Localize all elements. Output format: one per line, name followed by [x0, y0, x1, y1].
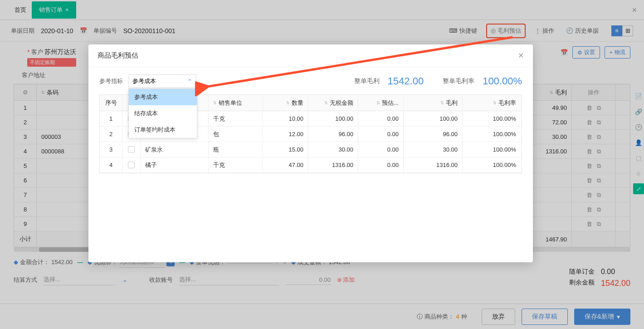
filter-row: 参考指标 ⌃ 参考成本 结存成本 订单签约时成本 整单毛利 1542.00 整单… [99, 74, 522, 88]
profit-row[interactable]: 4橘子千克47.001316.000.001316.00100.00% [100, 157, 522, 173]
product-name: 矿泉水 [141, 142, 209, 157]
col-rate[interactable]: ⇅毛利率 [463, 95, 521, 111]
ref-indicator-dropdown: 参考成本 结存成本 订单签约时成本 [128, 88, 197, 138]
col-amount[interactable]: ⇅无税金额 [308, 95, 358, 111]
modal-close-icon[interactable]: ✕ [518, 51, 524, 60]
row-checkbox[interactable] [122, 142, 141, 157]
col-estimate[interactable]: ⇅预估... [358, 95, 404, 111]
row-checkbox[interactable] [122, 157, 141, 172]
option-ref-cost[interactable]: 参考成本 [129, 89, 197, 105]
amount-cell: 100.00 [308, 111, 358, 126]
qty-cell: 15.00 [263, 142, 308, 157]
rate-cell: 100.00% [463, 142, 521, 157]
qty-cell: 12.00 [263, 127, 308, 142]
gross-cell: 100.00 [404, 111, 463, 126]
rate-cell: 100.00% [463, 111, 521, 126]
total-gross-label: 整单毛利 [354, 77, 380, 85]
amt-label: 无税金额 [330, 99, 353, 107]
est-label: 预估... [382, 99, 399, 107]
chevron-up-icon[interactable]: ⌃ [187, 78, 192, 85]
product-name: 橘子 [141, 157, 209, 172]
qty-label: 数量 [292, 99, 303, 107]
estimate-cell: 0.00 [358, 111, 404, 126]
gross-cell: 30.00 [404, 142, 463, 157]
col-index[interactable]: 序号 [100, 95, 122, 111]
amount-cell: 1316.00 [308, 157, 358, 172]
row-index: 2 [100, 127, 122, 142]
row-index: 4 [100, 157, 122, 172]
rate-cell: 100.00% [463, 157, 521, 172]
unit-cell: 千克 [209, 111, 263, 126]
amount-cell: 96.00 [308, 127, 358, 142]
total-rate-label: 整单毛利率 [443, 77, 474, 85]
unit-cell: 包 [209, 127, 263, 142]
col-qty[interactable]: ⇅数量 [263, 95, 308, 111]
total-rate-value: 100.00% [483, 75, 522, 87]
unit-cell: 瓶 [209, 142, 263, 157]
estimate-cell: 0.00 [358, 157, 404, 172]
ref-indicator-select[interactable]: ⌃ 参考成本 结存成本 订单签约时成本 [128, 74, 196, 88]
option-balance-cost[interactable]: 结存成本 [129, 105, 197, 122]
col-gross[interactable]: ⇅毛利 [404, 95, 463, 111]
profit-row[interactable]: 3矿泉水瓶15.0030.000.0030.00100.00% [100, 142, 522, 157]
qty-cell: 47.00 [263, 157, 308, 172]
gross-cell: 1316.00 [404, 157, 463, 172]
gross-label: 毛利 [446, 99, 458, 107]
total-gross-value: 1542.00 [388, 75, 424, 87]
profit-estimate-modal: 商品毛利预估 ✕ 参考指标 ⌃ 参考成本 结存成本 订单签约时成本 整单毛利 1… [88, 44, 533, 262]
amount-cell: 30.00 [308, 142, 358, 157]
rate-label: 毛利率 [498, 99, 516, 107]
modal-title: 商品毛利预估 [98, 51, 138, 60]
gross-cell: 96.00 [404, 127, 463, 142]
row-index: 3 [100, 142, 122, 157]
row-index: 1 [100, 111, 122, 126]
unit-label: 销售单位 [219, 99, 242, 107]
estimate-cell: 0.00 [358, 142, 404, 157]
option-contract-cost[interactable]: 订单签约时成本 [129, 122, 197, 138]
rate-cell: 100.00% [463, 127, 521, 142]
ref-indicator-label: 参考指标 [99, 77, 123, 85]
qty-cell: 10.00 [263, 111, 308, 126]
unit-cell: 千克 [209, 157, 263, 172]
ref-indicator-input[interactable] [132, 78, 192, 85]
estimate-cell: 0.00 [358, 127, 404, 142]
modal-header: 商品毛利预估 ✕ [88, 44, 533, 67]
col-unit[interactable]: ⇅销售单位 [209, 95, 263, 111]
